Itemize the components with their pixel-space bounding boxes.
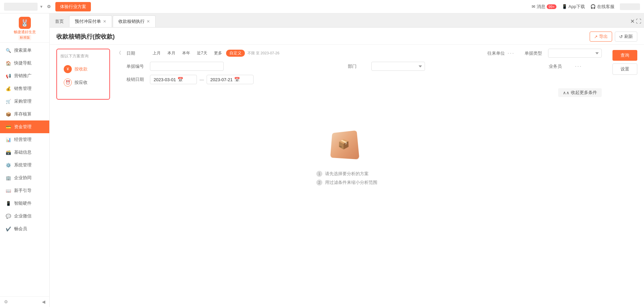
sidebar-item-purchase[interactable]: 🛒 采购管理 bbox=[0, 95, 49, 108]
sidebar-label-basic: 基础信息 bbox=[14, 149, 32, 155]
sidebar-item-guide[interactable]: 📖 新手引导 bbox=[0, 184, 49, 197]
online-service-button[interactable]: 🎧 在线客服 bbox=[590, 4, 614, 10]
hint-num-1: 1 bbox=[316, 171, 322, 177]
sidebar-item-search[interactable]: 🔍 搜索菜单 bbox=[0, 44, 49, 57]
filter-panel: 按以下方案查询 ¥ 按收款 ⏰ 按应收 《 bbox=[50, 45, 644, 104]
app-download-button[interactable]: 📱 App下载 bbox=[562, 4, 585, 10]
tab-prepay[interactable]: 预付冲应付单 ✕ bbox=[69, 15, 112, 27]
receivable-option-label: 按应收 bbox=[74, 80, 88, 86]
sidebar-label-wechat: 企业微信 bbox=[14, 213, 32, 219]
sidebar-item-shortcut[interactable]: 🏠 快捷导航 bbox=[0, 57, 49, 69]
dept-select[interactable] bbox=[371, 62, 425, 71]
wechat-icon: 💬 bbox=[5, 213, 11, 219]
filter-option-by-receipt[interactable]: ¥ 按收款 bbox=[60, 62, 106, 76]
tab-receipt-verify-close[interactable]: ✕ bbox=[147, 19, 150, 23]
date-hint: 不限 至 2023-07-26 bbox=[248, 51, 279, 56]
tab-home[interactable]: 首页 bbox=[50, 16, 69, 27]
tab-expand-icon[interactable]: ⛶ bbox=[636, 18, 641, 24]
sidebar-label-system: 系统管理 bbox=[14, 162, 32, 168]
purchase-icon: 🛒 bbox=[5, 98, 11, 104]
message-button[interactable]: ✉ 消息 99+ bbox=[532, 4, 556, 10]
verify-start-value: 2023-03-01 bbox=[154, 77, 176, 82]
verify-end-value: 2023-07-21 bbox=[210, 77, 233, 82]
marketing-icon: 📢 bbox=[5, 73, 11, 79]
message-icon: ✉ bbox=[532, 4, 535, 9]
date-tab-this-year[interactable]: 本年 bbox=[179, 50, 193, 57]
page-header-actions: ↗ 导出 ↺ 刷新 bbox=[590, 32, 637, 42]
sidebar-label-shortcut: 快捷导航 bbox=[14, 60, 32, 66]
hardware-icon: 📱 bbox=[5, 200, 11, 206]
settings-button[interactable]: 设置 bbox=[612, 63, 637, 75]
sidebar-label-finance: 资金管理 bbox=[14, 124, 32, 130]
tab-receipt-verify[interactable]: 收款核销执行 ✕ bbox=[113, 15, 156, 27]
page-title: 收款核销执行(按收款) bbox=[56, 33, 115, 41]
sidebar-collapse-icon[interactable]: ◀ bbox=[42, 299, 45, 304]
receipt-option-icon: ¥ bbox=[64, 65, 72, 73]
calendar-start-icon: 📅 bbox=[177, 77, 183, 82]
date-tab-last-month[interactable]: 上月 bbox=[150, 50, 163, 57]
sidebar-item-operation[interactable]: 📊 经营管理 bbox=[0, 133, 49, 146]
sidebar-item-inventory[interactable]: 📦 库存核算 bbox=[0, 108, 49, 120]
sidebar-logo-icon: 🐰 bbox=[19, 17, 31, 29]
export-icon: ↗ bbox=[594, 34, 598, 39]
staff-dots[interactable]: ··· bbox=[575, 63, 602, 70]
top-bar-dropdown-arrow[interactable]: ▾ bbox=[40, 4, 43, 9]
online-service-label: 在线客服 bbox=[597, 4, 614, 10]
sidebar-item-enterprise[interactable]: 🏢 企业协同 bbox=[0, 171, 49, 184]
sidebar-item-hardware[interactable]: 📱 智能硬件 bbox=[0, 197, 49, 210]
solution-button[interactable]: 体验行业方案 bbox=[55, 2, 91, 11]
empty-state-image: 📦 bbox=[330, 131, 364, 164]
tab-bar-controls: ✕ ⛶ bbox=[630, 18, 644, 27]
sidebar-item-system[interactable]: ⚙️ 系统管理 bbox=[0, 159, 49, 171]
sidebar-label-sales: 销售管理 bbox=[14, 86, 32, 92]
sidebar-item-marketing[interactable]: 📢 营销推广 bbox=[0, 69, 49, 82]
date-sep: — bbox=[200, 77, 204, 82]
sidebar-label-hardware: 智能硬件 bbox=[14, 200, 32, 206]
sidebar-logo-area: 🐰 畅捷通好生意 标准版 bbox=[0, 13, 49, 43]
top-bar-gear-icon[interactable]: ⚙ bbox=[45, 3, 53, 10]
refresh-button[interactable]: ↺ 刷新 bbox=[615, 32, 637, 42]
export-button[interactable]: ↗ 导出 bbox=[590, 32, 612, 42]
sidebar-label-search: 搜索菜单 bbox=[14, 47, 32, 53]
sidebar-item-sales[interactable]: 💰 销售管理 bbox=[0, 82, 49, 95]
tab-prepay-close[interactable]: ✕ bbox=[103, 19, 106, 23]
tab-close-all-icon[interactable]: ✕ bbox=[630, 18, 635, 24]
headset-icon: 🎧 bbox=[590, 4, 596, 9]
empty-state: 📦 1 请先选择要分析的方案 2 用过滤条件来缩小分析范围 bbox=[50, 104, 644, 199]
date-tab-7days[interactable]: 近7天 bbox=[194, 50, 210, 57]
collapse-arrow[interactable]: 《 bbox=[117, 49, 121, 100]
query-button[interactable]: 查询 bbox=[612, 50, 637, 61]
date-label: 日期 bbox=[126, 50, 150, 56]
sidebar-label-purchase: 采购管理 bbox=[14, 98, 32, 104]
sidebar-item-finance[interactable]: 💳 资金管理 bbox=[0, 120, 49, 133]
verify-end-date[interactable]: 2023-07-21 📅 bbox=[207, 75, 254, 84]
date-tab-more[interactable]: 更多 bbox=[211, 50, 225, 57]
sidebar-settings-icon[interactable]: ⚙ bbox=[4, 299, 8, 304]
unit-dots[interactable]: ··· bbox=[507, 50, 515, 57]
guide-icon: 📖 bbox=[5, 188, 11, 194]
user-avatar[interactable] bbox=[620, 3, 640, 10]
app-icon: 📱 bbox=[562, 4, 567, 9]
filter-selector-title: 按以下方案查询 bbox=[60, 53, 106, 59]
doc-num-input[interactable] bbox=[150, 62, 224, 71]
doc-type-select[interactable] bbox=[548, 49, 602, 58]
search-icon: 🔍 bbox=[5, 47, 11, 53]
sidebar-item-basic[interactable]: 🗃️ 基础信息 bbox=[0, 146, 49, 159]
filter-option-by-receivable[interactable]: ⏰ 按应收 bbox=[60, 76, 106, 89]
refresh-icon: ↺ bbox=[619, 34, 623, 39]
collapse-more-button[interactable]: ∧∧ 收起更多条件 bbox=[558, 88, 602, 97]
finance-icon: 💳 bbox=[5, 124, 11, 130]
home-icon: 🏠 bbox=[5, 60, 11, 66]
verify-date-label: 核销日期 bbox=[126, 76, 150, 83]
empty-cube: 📦 bbox=[330, 130, 360, 159]
tab-prepay-label: 预付冲应付单 bbox=[75, 18, 101, 24]
date-tab-custom[interactable]: 自定义 bbox=[226, 50, 245, 57]
page-content: 收款核销执行(按收款) ↗ 导出 ↺ 刷新 bbox=[50, 28, 644, 307]
sidebar-item-member[interactable]: ✔️ 畅会员 bbox=[0, 222, 49, 235]
date-tab-this-month[interactable]: 本月 bbox=[165, 50, 178, 57]
sidebar-item-wechat[interactable]: 💬 企业微信 bbox=[0, 210, 49, 222]
date-tabs: 上月 本月 本年 近7天 更多 自定义 不限 至 2023-07-26 bbox=[150, 50, 279, 57]
top-bar: ▾ ⚙ 体验行业方案 ✉ 消息 99+ 📱 App下载 🎧 在线客服 bbox=[0, 0, 644, 13]
receivable-option-icon: ⏰ bbox=[64, 79, 72, 87]
verify-start-date[interactable]: 2023-03-01 📅 bbox=[150, 75, 197, 84]
